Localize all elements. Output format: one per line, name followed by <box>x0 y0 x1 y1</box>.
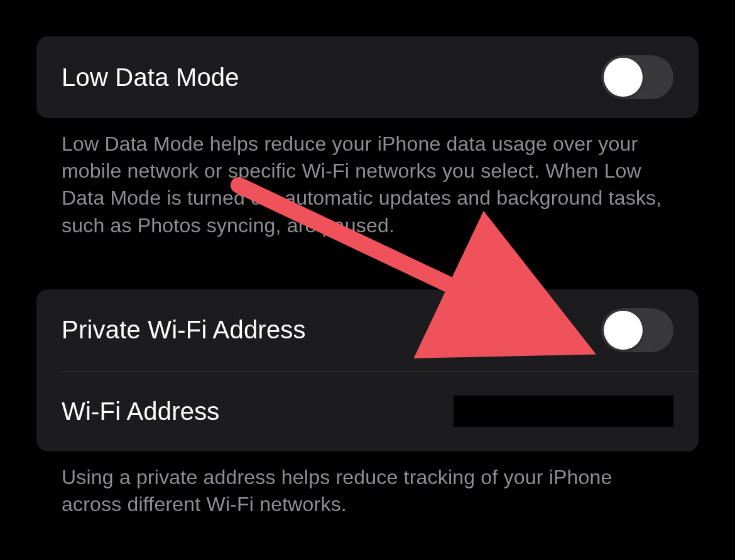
section-low-data-mode: Low Data Mode <box>36 36 699 118</box>
section-gap <box>36 239 699 289</box>
section-wifi-address: Private Wi-Fi Address Wi-Fi Address <box>36 289 699 451</box>
row-private-wifi-address[interactable]: Private Wi-Fi Address <box>36 289 699 371</box>
wifi-address-value-redacted <box>454 396 673 427</box>
toggle-knob-icon <box>604 58 643 97</box>
toggle-knob-icon <box>604 311 643 350</box>
low-data-mode-toggle[interactable] <box>601 55 673 99</box>
low-data-mode-footer: Low Data Mode helps reduce your iPhone d… <box>36 118 699 239</box>
private-wifi-address-label: Private Wi-Fi Address <box>62 316 306 344</box>
private-wifi-address-toggle[interactable] <box>601 308 673 352</box>
row-low-data-mode[interactable]: Low Data Mode <box>36 36 699 118</box>
row-wifi-address[interactable]: Wi-Fi Address <box>62 371 699 451</box>
low-data-mode-label: Low Data Mode <box>62 63 239 92</box>
settings-screen: Low Data Mode Low Data Mode helps reduce… <box>0 0 735 518</box>
private-wifi-address-footer: Using a private address helps reduce tra… <box>36 451 699 518</box>
wifi-address-label: Wi-Fi Address <box>62 397 220 426</box>
